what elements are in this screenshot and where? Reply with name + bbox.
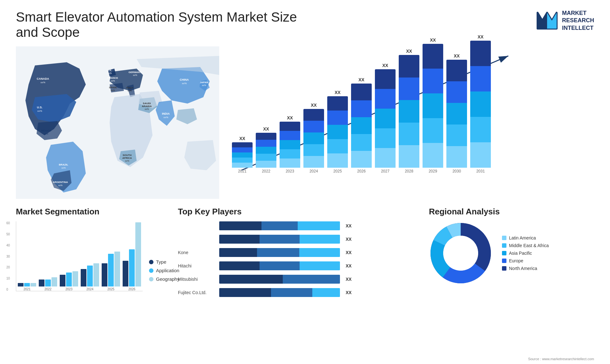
legend-latin-america: Latin America xyxy=(502,235,549,240)
player-row: HitachiXX xyxy=(178,261,419,270)
bar-year-label: 2028 xyxy=(405,169,413,173)
bar-group: XX2021 xyxy=(232,136,253,173)
bar-group: XX2028 xyxy=(399,49,419,173)
bar-group: XX2030 xyxy=(446,53,467,173)
seg-bar xyxy=(135,222,141,286)
seg-bar xyxy=(129,249,135,286)
seg-bar xyxy=(39,280,44,286)
bar-value-label: XX xyxy=(382,63,388,68)
svg-text:SOUTH: SOUTH xyxy=(123,154,132,157)
seg-group: 2026 xyxy=(123,222,141,291)
legend-type: Type xyxy=(149,259,180,265)
bar-year-label: 2025 xyxy=(333,169,342,173)
bar-year-label: 2026 xyxy=(357,169,366,173)
asia-pacific-dot xyxy=(502,251,506,255)
seg-group: 2023 xyxy=(60,271,78,291)
seg-bar xyxy=(45,280,51,286)
svg-text:SPAIN: SPAIN xyxy=(109,86,117,89)
bar-year-label: 2023 xyxy=(286,169,294,173)
seg-bar xyxy=(114,252,120,286)
bar-group: XX2022 xyxy=(256,126,276,173)
logo-text: MARKET RESEARCH INTELLECT xyxy=(562,10,594,32)
svg-text:xx%: xx% xyxy=(133,74,137,76)
svg-text:xx%: xx% xyxy=(58,184,62,186)
bar-value-label: XX xyxy=(454,53,460,58)
regional-section: Regional Analysis xyxy=(429,207,594,301)
legend-application: Application xyxy=(149,268,180,273)
world-map-svg: CANADA xx% U.S. xx% MEXICO xx% BRAZIL xx… xyxy=(16,46,219,199)
svg-text:xx%: xx% xyxy=(44,133,48,135)
seg-bar xyxy=(24,283,30,286)
svg-text:xx%: xx% xyxy=(111,80,115,82)
application-dot xyxy=(149,268,153,273)
seg-bar xyxy=(18,283,24,286)
svg-text:xx%: xx% xyxy=(145,108,149,110)
latin-america-dot xyxy=(502,236,506,240)
legend-north-america: North America xyxy=(502,266,549,271)
seg-bar xyxy=(60,275,65,286)
players-section: Top Key Players XXXXKoneXXHitachiXXMitsu… xyxy=(178,207,419,301)
stacked-bar xyxy=(327,96,348,168)
player-row: KoneXX xyxy=(178,248,419,257)
svg-text:MEXICO: MEXICO xyxy=(41,129,51,132)
seg-bar xyxy=(102,263,107,286)
bar-year-label: 2031 xyxy=(476,169,485,173)
segmentation-legend: Type Application Geography xyxy=(149,259,180,291)
header: Smart Elevator Automation System Market … xyxy=(16,10,594,40)
players-list: XXXXKoneXXHitachiXXMitsubishiXXFujitec C… xyxy=(178,221,419,297)
europe-dot xyxy=(502,259,506,263)
player-value: XX xyxy=(346,250,352,255)
svg-text:ARGENTINA: ARGENTINA xyxy=(53,181,68,184)
bar-year-label: 2022 xyxy=(262,169,270,173)
bar-year-label: 2029 xyxy=(429,169,437,173)
y-axis: 0 10 20 30 40 50 60 xyxy=(6,221,10,291)
svg-point-45 xyxy=(443,236,478,271)
type-dot xyxy=(149,260,153,264)
players-title: Top Key Players xyxy=(178,207,419,217)
svg-text:xx%: xx% xyxy=(163,116,168,119)
bottom-grid: Market Segmentation 0 10 20 30 40 50 60 … xyxy=(16,207,594,301)
bar-year-label: 2024 xyxy=(309,169,318,173)
player-name: Hitachi xyxy=(178,263,216,268)
seg-group: 2025 xyxy=(102,252,120,291)
stacked-bar xyxy=(375,69,396,168)
svg-text:xx%: xx% xyxy=(107,72,112,74)
source-text: Source : www.marketresearchintellect.com xyxy=(528,357,594,361)
stacked-bar xyxy=(256,133,276,168)
bar-group: XX2026 xyxy=(351,77,372,173)
middle-east-africa-dot xyxy=(502,243,506,248)
bar-value-label: XX xyxy=(311,103,317,108)
player-name: Kone xyxy=(178,250,216,255)
stacked-bar xyxy=(423,44,443,168)
segmentation-section: Market Segmentation 0 10 20 30 40 50 60 … xyxy=(16,207,168,301)
legend-middle-east-africa: Middle East & Africa xyxy=(502,243,549,248)
bar-value-label: XX xyxy=(406,49,412,54)
logo-icon xyxy=(536,10,558,32)
svg-text:U.K.: U.K. xyxy=(107,69,112,72)
seg-bar xyxy=(123,261,128,286)
player-value: XX xyxy=(346,290,352,295)
svg-text:xx%: xx% xyxy=(182,82,186,85)
bar-year-label: 2021 xyxy=(238,169,247,173)
regional-title: Regional Analysis xyxy=(429,207,594,217)
stacked-bar xyxy=(303,109,324,168)
segmentation-title: Market Segmentation xyxy=(16,207,168,217)
seg-group: 2021 xyxy=(18,283,36,291)
bar-group: XX2025 xyxy=(327,90,348,173)
page-container: Smart Elevator Automation System Market … xyxy=(0,0,610,364)
seg-bar xyxy=(51,277,57,286)
svg-text:GERMANY: GERMANY xyxy=(129,71,142,74)
player-name: Fujitec Co.Ltd. xyxy=(178,290,216,295)
bar-group: XX2031 xyxy=(470,34,491,173)
svg-text:ITALY: ITALY xyxy=(126,86,133,89)
legend-europe: Europe xyxy=(502,258,549,263)
svg-text:CHINA: CHINA xyxy=(180,78,189,81)
svg-text:SAUDI: SAUDI xyxy=(143,102,151,105)
bar-value-label: XX xyxy=(358,77,364,82)
bar-group: XX2023 xyxy=(280,115,300,173)
legend-geography: Geography xyxy=(149,276,180,282)
player-row: XX xyxy=(178,221,419,230)
svg-text:CANADA: CANADA xyxy=(37,77,49,80)
bar-value-label: XX xyxy=(263,126,269,131)
stacked-bar xyxy=(351,84,372,168)
